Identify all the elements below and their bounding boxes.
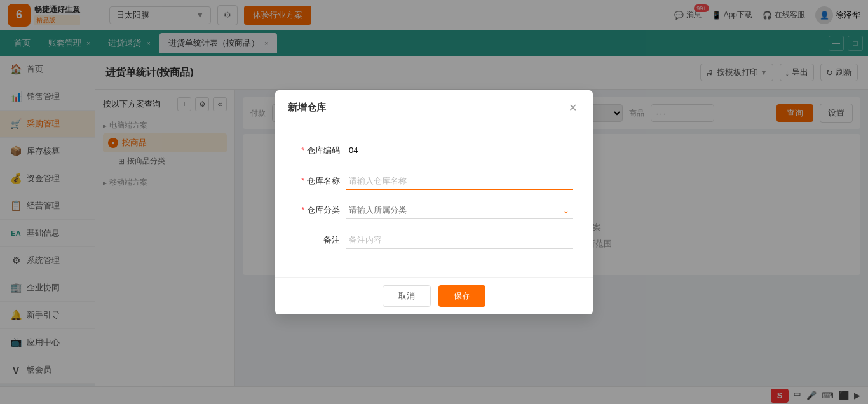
note-label: 备注 — [295, 234, 340, 246]
name-input[interactable] — [346, 172, 573, 190]
cancel-button[interactable]: 取消 — [383, 285, 431, 307]
modal-overlay[interactable]: 新增仓库 ✕ 仓库编码 仓库名称 仓库分类 ⌄ — [0, 0, 868, 404]
note-input[interactable] — [346, 231, 573, 249]
form-row-code: 仓库编码 — [295, 142, 573, 159]
modal-close-button[interactable]: ✕ — [565, 100, 580, 116]
save-button[interactable]: 保存 — [438, 285, 485, 307]
form-row-note: 备注 — [295, 231, 573, 249]
modal-title: 新增仓库 — [288, 102, 326, 114]
form-row-name: 仓库名称 — [295, 172, 573, 190]
category-select-wrapper[interactable]: ⌄ — [346, 203, 573, 219]
form-row-category: 仓库分类 ⌄ — [295, 203, 573, 219]
name-label: 仓库名称 — [295, 175, 340, 187]
category-input[interactable] — [349, 205, 562, 215]
modal-header: 新增仓库 ✕ — [275, 90, 593, 126]
code-input[interactable] — [346, 142, 573, 159]
code-label: 仓库编码 — [295, 145, 340, 156]
modal-body: 仓库编码 仓库名称 仓库分类 ⌄ 备注 — [275, 126, 593, 277]
add-warehouse-modal: 新增仓库 ✕ 仓库编码 仓库名称 仓库分类 ⌄ — [275, 90, 593, 314]
category-dropdown-icon[interactable]: ⌄ — [562, 205, 570, 215]
modal-footer: 取消 保存 — [275, 277, 593, 314]
category-label: 仓库分类 — [295, 205, 340, 216]
